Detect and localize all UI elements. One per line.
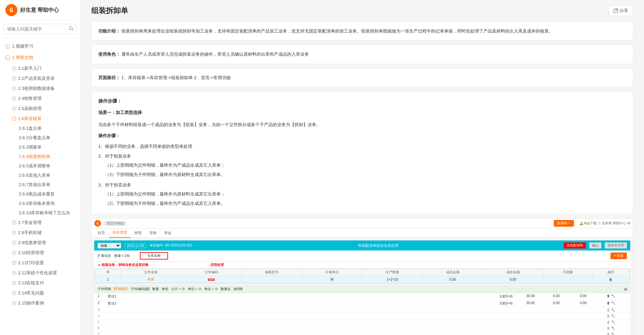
sidebar-item-2[interactable]: - 2.帮助文档 — [0, 52, 80, 63]
expand-icon-1: + — [5, 44, 10, 49]
intro-card: 功能介绍： 组装拆卸单用来处理企业组装或拆卸等加工业务，支持有固定装配清单的产品… — [91, 21, 633, 41]
mock-lower-table-title: 子件明细 — [98, 287, 111, 291]
mock-lower-col2: 数量 — [152, 287, 159, 291]
sidebar-item-2-label: 2.帮助文档 — [12, 55, 33, 61]
sidebar-item-21[interactable]: + 2.1新手入门 — [12, 63, 80, 73]
sidebar-item-26[interactable]: - 2.6库存核算 — [12, 114, 80, 124]
step1: 1、根据不同的业务，选择不同单据的类型来处理 — [98, 143, 626, 150]
table-row: 5 🗑 🔧 — [94, 319, 630, 325]
nav-sub-section-21: + 2.1新手入门 — [12, 63, 80, 73]
nav-sub-section-26: - 2.6库存核算 2.6.1盘点单 2.6.2分量盘点单 2.6.3调拨单 2… — [12, 114, 80, 218]
nav-sub-section-210: + 2.10经营管理 — [12, 248, 80, 258]
sidebar-item-23-label: 2.3使用前数据准备 — [18, 86, 55, 92]
mock-lower-col1: 子件编码(规) — [131, 287, 150, 291]
mock-topbar-icons: 🔔 App下载 ☆ 业务榜 帮助中心 ♻ — [579, 221, 630, 226]
expand-icon-2: - — [5, 55, 10, 60]
nav-sub-section-28: + 2.8手机旺铺 — [12, 228, 80, 238]
intro-text: 功能介绍： 组装拆卸单用来处理企业组装或拆卸等加工业务，支持有固定装配清单的产品… — [98, 27, 626, 35]
mock-nav-home[interactable]: 自页 — [94, 228, 108, 238]
search-wrapper — [4, 24, 76, 34]
step2-1: （1）上部明细为父件明细，最终作为产成品生成其它入库单； — [105, 161, 626, 169]
sidebar-item-268[interactable]: 2.6.8商品成本重算 — [19, 189, 80, 199]
mock-form-header: 加工类型 组装 拆卸 2019-12-26 单据编号: AD-20191226-… — [94, 240, 630, 250]
sidebar-item-263[interactable]: 2.6.3调拨单 — [19, 143, 80, 152]
sidebar-item-28-label: 2.8手机旺铺 — [18, 230, 42, 236]
sidebar-item-25-label: 2.5采购管理 — [18, 106, 42, 112]
mock-sku-field[interactable] — [208, 279, 215, 281]
mock-new-single-btn[interactable]: 新增单一 — [554, 220, 574, 227]
intro-label: 功能介绍： — [98, 29, 120, 34]
mock-save-btn[interactable]: 保存并关闭 — [605, 242, 627, 248]
sidebar-item-1[interactable]: + 1.视频学习 — [0, 41, 80, 52]
sidebar-item-267[interactable]: 2.6.7其他出库单 — [19, 180, 80, 189]
screenshot-area: 6 TEST-H002 新增单一 🔔 App下载 ☆ 业务榜 帮助中心 ♻ 自页… — [91, 218, 633, 335]
search-bar — [0, 20, 80, 38]
mock-type-select[interactable]: 加工类型 组装 拆卸 — [98, 243, 121, 248]
sidebar-item-215[interactable]: + 2.15操作案例 — [12, 298, 80, 308]
sidebar-item-215-label: 2.15操作案例 — [18, 300, 44, 306]
mock-add-row-btn[interactable]: + 添加 — [610, 253, 627, 259]
sidebar-item-210[interactable]: + 2.10经营管理 — [12, 248, 80, 258]
mock-annotation-switch: ↗ 组装业务、拆卸业务在这里切换 启用处理 — [94, 262, 630, 268]
nav-sub-section-25: + 2.5采购管理 — [12, 104, 80, 114]
sidebar-item-213[interactable]: + 2.13在线支付 — [12, 278, 80, 288]
sidebar-item-22[interactable]: + 2.2产品安装及登录 — [12, 73, 80, 83]
nav-sub-section-215: + 2.15操作案例 — [12, 298, 80, 308]
svg-line-1 — [72, 30, 73, 31]
mock-expand-icon: ⊞ — [624, 287, 627, 291]
mock-nav-3[interactable]: 销售 — [131, 228, 145, 238]
sidebar-item-28[interactable]: + 2.8手机旺铺 — [12, 228, 80, 238]
sidebar-item-27[interactable]: + 2.7资金管理 — [12, 218, 80, 228]
mock-lower-col3: 单价 — [162, 287, 168, 291]
nav-sub-section-27: + 2.7资金管理 — [12, 218, 80, 228]
mock-nav-4[interactable]: 采购 — [146, 228, 160, 238]
sidebar-item-261[interactable]: 2.6.1盘点单 — [19, 124, 80, 133]
search-input[interactable] — [4, 24, 66, 34]
expand-icon-27: + — [12, 221, 16, 225]
mock-sub-form: 扩展信息 数量 x 2份 仓库名称 + 添加 — [94, 250, 630, 262]
sidebar-item-24-label: 2.4销售管理 — [18, 96, 42, 102]
share-button[interactable]: 分享 — [608, 5, 633, 16]
sidebar-item-25[interactable]: + 2.5采购管理 — [12, 104, 80, 114]
page-title: 组装拆卸单 — [91, 6, 128, 16]
search-button[interactable] — [66, 24, 76, 34]
sidebar-item-269[interactable]: 2.6.9库存账本查询 — [19, 199, 80, 208]
sidebar-item-1-label: 1.视频学习 — [12, 43, 33, 49]
sidebar-item-262[interactable]: 2.6.2分量盘点单 — [19, 133, 80, 143]
sidebar-item-266[interactable]: 2.6.6其他入库单 — [19, 171, 80, 180]
share-label: 分享 — [620, 8, 628, 14]
mock-annotation-1-text: 有装配清单的在这里处理 — [196, 243, 560, 248]
expand-icon-26: - — [12, 117, 16, 121]
table-row: 6 🗑 🔧 — [94, 325, 630, 331]
role-label: 使用角色： — [98, 52, 120, 57]
mock-logo: 6 — [94, 220, 101, 227]
mock-type-selector: 加工类型 组装 拆卸 — [98, 243, 121, 248]
sidebar-item-24[interactable]: + 2.4销售管理 — [12, 94, 80, 104]
nav-sub-section-211: + 2.11打印设置 — [12, 258, 80, 268]
sidebar-item-264[interactable]: 2.6.4组装拆卸单 — [19, 152, 80, 161]
mock-warehouse-field[interactable]: 仓库名称 — [140, 252, 168, 260]
nav-sub-section-29: + 2.9优惠券管理 — [12, 238, 80, 248]
mock-select-material-btn[interactable]: 选装配材料 — [564, 242, 586, 248]
sidebar-item-212-label: 2.12系统个性化设置 — [18, 270, 57, 276]
mock-nav-warehouse[interactable]: 库存管理 — [109, 228, 130, 238]
ops-steps-label: 操作步骤： — [98, 133, 120, 138]
sidebar-item-211[interactable]: + 2.11打印设置 — [12, 258, 80, 268]
sidebar-item-23[interactable]: + 2.3使用前数据准备 — [12, 83, 80, 94]
step3-1: （1）上部明细为父件明细，最终作为原材料生成其它出库单； — [105, 190, 626, 198]
sidebar-item-29[interactable]: + 2.9优惠券管理 — [12, 238, 80, 248]
mock-nav-5[interactable]: 资金 — [161, 228, 175, 238]
sidebar-item-265[interactable]: 2.6.5成本调整单 — [19, 161, 80, 171]
path-body: 1、库存核算->库存管理->组装拆卸单 2、首页->常用功能 — [121, 75, 231, 80]
expand-icon-210: + — [12, 251, 16, 255]
sidebar-item-2610[interactable]: 2.6.10库存账本错了怎么办 — [19, 208, 80, 218]
mock-lower-col7: 数量比 — [221, 287, 231, 291]
expand-icon-215: + — [12, 301, 16, 305]
sidebar-item-214[interactable]: + 2.14常见问题 — [12, 288, 80, 298]
mock-annotation-4-label: 启用处理 — [210, 263, 224, 267]
sidebar-item-212[interactable]: + 2.12系统个性化设置 — [12, 268, 80, 278]
mock-lower-table-header: 子件明细 BOM展开 子件编码(规) 数量 单价 小计 ÷ 小 单位 ÷ 小 单… — [94, 285, 630, 293]
mock-confirm-btn[interactable]: 确认 — [589, 242, 601, 248]
sidebar-item-21-label: 2.1新手入门 — [18, 65, 42, 71]
expand-icon-28: + — [12, 231, 16, 235]
